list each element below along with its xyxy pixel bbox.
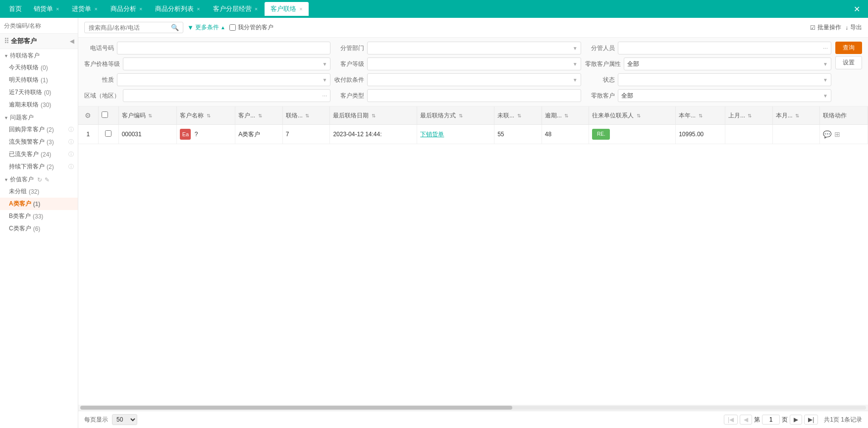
filter-retail-select[interactable]: 全部 ▼ (618, 89, 831, 102)
window-close-icon[interactable]: ✕ (850, 4, 864, 14)
nav-tab-salesorder[interactable]: 销货单 × (28, 2, 65, 16)
nav-tab-product-analysis-close[interactable]: × (139, 6, 142, 12)
nav-home[interactable]: 首页 (4, 4, 27, 13)
sidebar-item-abnormal[interactable]: 回购异常客户 (2) ⓘ (0, 123, 78, 136)
settings-button[interactable]: 设置 (835, 56, 862, 69)
gear-button[interactable]: ⚙ (84, 110, 92, 120)
filter-nature-select[interactable]: ▼ (117, 73, 330, 86)
nav-tab-customer-segment[interactable]: 客户分层经营 × (207, 2, 264, 16)
filter-phone-input[interactable] (117, 42, 330, 54)
row-checkbox[interactable] (105, 130, 111, 137)
filter-payment-select[interactable]: ▼ (367, 73, 581, 86)
sidebar-item-overdue-pending[interactable]: 逾期未联络 (30) (0, 99, 78, 111)
nav-tab-product-list[interactable]: 商品分析列表 × (149, 2, 206, 16)
filter-row-4: 区域（地区） ··· 客户类型 (84, 89, 831, 102)
sort-name-icon[interactable]: ⇅ (207, 113, 211, 118)
th-last-method: 最后联络方式 ⇅ (417, 107, 494, 125)
my-customers-filter[interactable]: 我分管的客户 (229, 23, 273, 32)
next-page-btn[interactable]: ▶ (790, 415, 802, 425)
page-size-select[interactable]: 50 100 200 (112, 414, 137, 425)
filter-status-select[interactable]: ▼ (618, 73, 831, 86)
filter-price-level-select[interactable]: ▼ (123, 57, 330, 70)
search-input[interactable] (89, 24, 169, 31)
nav-tab-customer-segment-close[interactable]: × (255, 6, 258, 12)
td-this-year: 10995.00 (676, 125, 725, 144)
sidebar-item-today-pending[interactable]: 今天待联络 (0) (0, 61, 78, 74)
filter-person-dots[interactable]: ··· (823, 45, 828, 52)
td-no-contact: 55 (494, 125, 542, 144)
sort-this-month-icon[interactable]: ⇅ (795, 113, 799, 118)
last-page-btn[interactable]: ▶| (804, 415, 818, 425)
nav-tab-purchase[interactable]: 进货单 × (66, 2, 103, 16)
sidebar-item-class-b[interactable]: B类客户 (33) (0, 210, 78, 222)
filter-customer-level-select[interactable]: ▼ (367, 57, 581, 70)
select-all-checkbox[interactable] (102, 111, 108, 118)
sidebar-item-7day-pending[interactable]: 近7天待联络 (0) (0, 86, 78, 99)
nav-tab-customer-contact[interactable]: 客户联络 × (265, 2, 308, 16)
filter-dept-label: 分管部门 (334, 44, 364, 53)
page-input[interactable] (762, 415, 780, 425)
qrcode-icon[interactable]: ⊞ (834, 130, 840, 138)
query-button[interactable]: 查询 (835, 42, 862, 54)
sidebar-item-class-a[interactable]: A类客户 (1) (0, 198, 78, 210)
sidebar-item-churn-warning[interactable]: 流失预警客户 (3) ⓘ (0, 136, 78, 148)
sidebar-item-declining[interactable]: 持续下滑客户 (2) ⓘ (0, 160, 78, 173)
sort-unit-contact-icon[interactable]: ⇅ (637, 113, 641, 118)
first-page-btn[interactable]: |◀ (724, 415, 738, 425)
prev-page-btn[interactable]: ◀ (740, 415, 752, 425)
scrollbar-thumb[interactable] (80, 406, 512, 410)
batch-op-btn[interactable]: ☑ 批量操作 (810, 23, 841, 32)
sort-last-month-icon[interactable]: ⇅ (748, 113, 752, 118)
nav-tab-product-list-close[interactable]: × (197, 6, 200, 12)
filter-nature-label: 性质 (84, 76, 114, 84)
sort-no-contact-icon[interactable]: ⇅ (517, 113, 521, 118)
sidebar-item-unclassified[interactable]: 未分组 (32) (0, 185, 78, 198)
sidebar-search-input[interactable] (4, 22, 78, 29)
filter-region-select[interactable]: ··· (123, 89, 330, 102)
filter-region-dots[interactable]: ··· (322, 92, 327, 99)
problem-group-label[interactable]: ▼ 问题客户 (0, 111, 78, 123)
collapse-icon[interactable]: ◀ (70, 38, 74, 45)
chat-icon[interactable]: 💬 (823, 130, 831, 138)
filter-retail-attr-select[interactable]: 全部 ▼ (624, 57, 831, 70)
filter-price-level: 客户价格等级 ▼ (84, 57, 330, 70)
all-customers-header[interactable]: ⠿ 全部客户 ◀ (0, 34, 78, 49)
last-method-link[interactable]: 下销货单 (420, 131, 444, 138)
sort-last-date-icon[interactable]: ⇅ (372, 113, 376, 118)
refresh-icon[interactable]: ↻ (37, 176, 42, 183)
pending-group-label[interactable]: ▼ 待联络客户 (0, 49, 78, 61)
filter-bar: 🔍 ▼ 更多条件 ▲ 我分管的客户 ☑ 批量操作 ↓ 导出 (78, 18, 868, 38)
sort-code-icon[interactable]: ⇅ (148, 113, 152, 118)
nav-tab-salesorder-close[interactable]: × (56, 6, 59, 12)
edit-icon[interactable]: ✎ (45, 176, 50, 183)
filter-customer-type-input[interactable] (367, 89, 581, 102)
sidebar-item-churned[interactable]: 已流失客户 (24) ⓘ (0, 148, 78, 160)
th-contact: 联络... ⇅ (282, 107, 330, 125)
filter-retail-attr-chevron: ▼ (823, 61, 828, 67)
sort-contact-icon[interactable]: ⇅ (305, 113, 309, 118)
nav-tab-product-analysis[interactable]: 商品分析 × (105, 2, 148, 16)
filter-person-select[interactable]: ··· (618, 42, 831, 54)
value-group-text: 价值客户 (10, 175, 34, 184)
export-btn[interactable]: ↓ 导出 (845, 23, 862, 32)
sort-overdue-icon[interactable]: ⇅ (564, 113, 568, 118)
sidebar-item-class-c[interactable]: C类客户 (6) (0, 222, 78, 235)
sort-last-method-icon[interactable]: ⇅ (459, 113, 463, 118)
filter-dept-select[interactable]: ▼ (367, 42, 581, 54)
sort-this-year-icon[interactable]: ⇅ (699, 113, 703, 118)
nav-tab-purchase-close[interactable]: × (94, 6, 97, 12)
more-conditions-btn[interactable]: ▼ 更多条件 ▲ (187, 23, 225, 32)
sidebar-item-class-a-label: A类客户 (9, 200, 31, 208)
filter-icon: ▼ (187, 24, 194, 31)
sidebar-item-tomorrow-pending[interactable]: 明天待联络 (1) (0, 74, 78, 86)
value-group-label[interactable]: ▼ 价值客户 ↻ ✎ (0, 173, 78, 185)
sort-type-icon[interactable]: ⇅ (258, 113, 262, 118)
filter-action-btns: 查询 设置 (835, 42, 862, 69)
nav-tab-customer-contact-close[interactable]: × (299, 6, 302, 12)
horizontal-scrollbar[interactable] (78, 405, 868, 411)
sidebar-item-class-c-label: C类客户 (9, 224, 31, 233)
pagination: |◀ ◀ 第 页 ▶ ▶| 共1页 1条记录 (724, 415, 862, 425)
filter-retail: 零散客户 全部 ▼ (585, 89, 831, 102)
search-input-wrapper[interactable]: 🔍 (84, 22, 183, 33)
my-customers-checkbox[interactable] (229, 24, 236, 31)
